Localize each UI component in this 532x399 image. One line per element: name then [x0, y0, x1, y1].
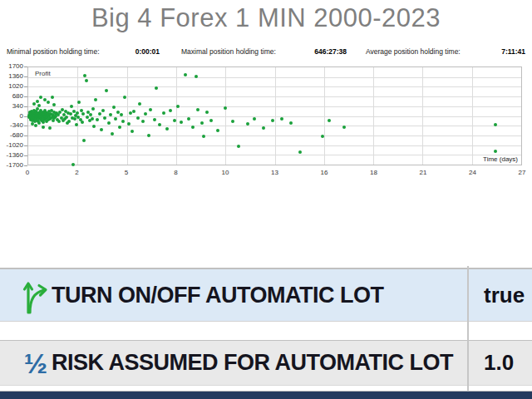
gridline-horizontal [28, 86, 521, 87]
y-axis-title: Profit [35, 70, 51, 77]
x-tick-label: 16 [312, 169, 337, 176]
scatter-point [67, 120, 71, 123]
scatter-point [180, 121, 183, 124]
scatter-point [100, 128, 103, 131]
scatter-point [147, 134, 150, 137]
scatter-point [184, 73, 187, 76]
x-tick-label: 0 [15, 169, 40, 176]
scatter-point [200, 121, 204, 125]
scatter-point [103, 116, 106, 120]
scatter-point [89, 113, 92, 116]
scatter-point [105, 89, 108, 92]
scatter-point [494, 150, 497, 153]
input-value-true[interactable]: true [484, 283, 525, 308]
y-tick-mark [24, 86, 27, 87]
x-tick-label: 13 [263, 169, 288, 176]
y-tick-label: -1020 [0, 141, 23, 149]
scatter-point [118, 126, 121, 129]
gridline-horizontal [28, 126, 521, 126]
x-tick-label: 27 [510, 169, 532, 176]
input-name-label: TURN ON/OFF AUTOMATIC LOT [52, 283, 532, 308]
scatter-point [114, 117, 117, 121]
x-tick-label: 24 [461, 169, 485, 176]
scatter-point [176, 105, 180, 108]
y-tick-label: 0 [0, 112, 23, 120]
scatter-point [42, 126, 45, 129]
x-axis-title: Time (days) [483, 155, 518, 163]
scatter-point [280, 117, 283, 121]
scatter-point [48, 126, 52, 130]
avg-holding-time-label: Average position holding time: [366, 47, 461, 56]
gridline-horizontal [28, 155, 521, 155]
scatter-point [61, 108, 64, 111]
max-holding-time-label: Maximal position holding time: [181, 47, 276, 56]
scatter-point [81, 112, 85, 116]
scatter-point [116, 111, 120, 114]
y-tick-mark [24, 135, 27, 136]
scatter-point [112, 106, 116, 109]
scatter-point [289, 121, 293, 125]
scatter-point [36, 100, 39, 103]
scatter-point [141, 120, 145, 123]
scatter-point [136, 116, 140, 120]
scatter-point [132, 110, 135, 113]
y-tick-mark [24, 155, 27, 156]
input-value-risk[interactable]: 1.0 [484, 350, 514, 376]
scatter-point [209, 119, 213, 122]
gridline-horizontal [28, 116, 521, 117]
scatter-point [39, 96, 42, 99]
y-tick-mark [24, 96, 27, 97]
input-row-automatic-lot[interactable]: TURN ON/OFF AUTOMATIC LOT true [0, 269, 532, 321]
input-row-risk-assumed[interactable]: ½ RISK ASSUMED FOR AUTOMATIC LOT 1.0 [0, 341, 532, 385]
scatter-point [32, 102, 36, 106]
x-tick-label: 10 [213, 169, 238, 176]
scatter-point [196, 108, 200, 111]
gridline-horizontal [28, 77, 521, 78]
min-holding-time-value: 0:00:01 [106, 47, 160, 56]
scatter-point [237, 145, 240, 148]
scatter-point [57, 120, 61, 123]
y-tick-mark [24, 106, 27, 107]
scatter-point [138, 102, 141, 106]
y-tick-mark [24, 126, 27, 126]
scatter-point [162, 111, 165, 115]
y-tick-label: -1360 [0, 151, 23, 159]
scatter-point [92, 125, 96, 128]
scatter-point [76, 111, 79, 115]
scatter-point [85, 79, 88, 82]
avg-holding-time-value: 7:11:41 [464, 47, 525, 56]
profit-scatter-chart: Profit Time (days) 1700136010206803400-3… [0, 63, 532, 178]
y-tick-label: -1700 [0, 161, 23, 169]
scatter-point [165, 127, 169, 131]
table-border [0, 385, 532, 386]
x-tick-label: 8 [164, 169, 189, 176]
y-tick-mark [24, 66, 27, 67]
scatter-point [72, 110, 76, 113]
scatter-point [202, 135, 205, 138]
x-tick-label: 21 [411, 169, 436, 176]
scatter-point [191, 126, 195, 129]
y-tick-label: -680 [0, 131, 23, 139]
scatter-point [96, 118, 99, 121]
y-tick-label: 680 [0, 92, 23, 100]
scatter-point [52, 103, 56, 106]
scatter-point [158, 123, 161, 126]
x-tick-label: 5 [114, 169, 139, 176]
y-tick-label: 340 [0, 102, 23, 110]
scatter-point [109, 113, 112, 116]
scatter-point [253, 117, 256, 121]
one-half-icon: ½ [20, 349, 52, 377]
scatter-point [65, 116, 68, 119]
scatter-point [71, 163, 75, 166]
scatter-point [91, 107, 95, 111]
scatter-point [82, 139, 86, 142]
input-name-label: RISK ASSUMED FOR AUTOMATIC LOT [52, 350, 532, 376]
scatter-point [205, 111, 209, 114]
x-tick-label: 2 [65, 169, 90, 176]
scatter-point [81, 121, 84, 124]
y-tick-mark [24, 145, 27, 146]
scatter-point [70, 105, 73, 108]
scatter-point [129, 111, 132, 115]
page-title: Big 4 Forex 1 MIN 2000-2023 [0, 3, 532, 33]
scatter-point [94, 98, 97, 101]
